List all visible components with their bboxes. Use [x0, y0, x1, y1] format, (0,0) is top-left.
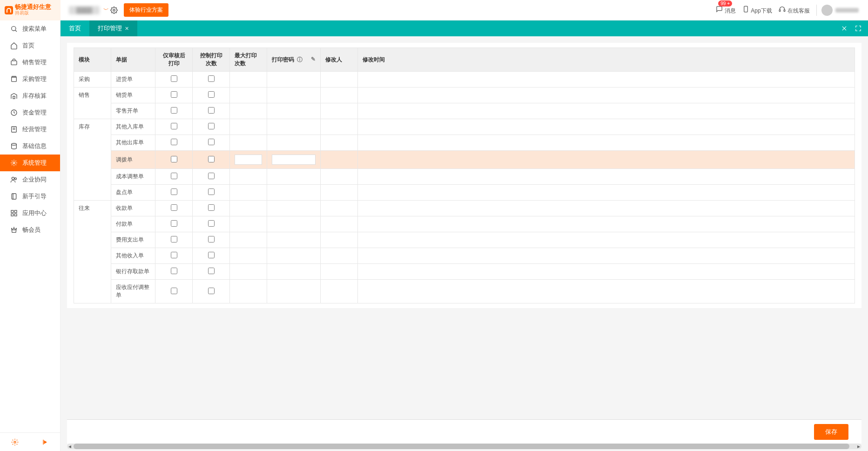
- audit-cell: [155, 216, 193, 232]
- audit-only-checkbox[interactable]: [171, 123, 177, 129]
- control-count-checkbox[interactable]: [208, 75, 215, 82]
- editor-cell: [321, 169, 358, 185]
- customer-service-link[interactable]: 在线客服: [779, 5, 810, 15]
- col-header-text: 单据: [116, 56, 127, 63]
- control-count-checkbox[interactable]: [208, 268, 215, 274]
- company-selector[interactable]: ████ ﹀: [69, 6, 109, 14]
- audit-only-checkbox[interactable]: [171, 288, 177, 294]
- tab-0[interactable]: 首页: [61, 20, 89, 36]
- sidebar-item-home[interactable]: 首页: [0, 37, 60, 54]
- help-icon[interactable]: ⓘ: [297, 56, 303, 63]
- control-count-checkbox[interactable]: [208, 220, 215, 227]
- svg-point-14: [12, 143, 17, 145]
- sidebar-item-vip[interactable]: 畅会员: [0, 222, 60, 238]
- audit-only-checkbox[interactable]: [171, 75, 177, 82]
- table-row[interactable]: 调拨单: [74, 151, 855, 169]
- editor-cell: [321, 185, 358, 201]
- sidebar-item-search[interactable]: 搜索菜单: [0, 20, 60, 37]
- sidebar-item-clock[interactable]: 资金管理: [0, 104, 60, 121]
- sidebar-item-bag[interactable]: 采购管理: [0, 71, 60, 88]
- time-cell: [358, 169, 855, 185]
- control-count-checkbox[interactable]: [208, 91, 215, 98]
- audit-only-checkbox[interactable]: [171, 220, 177, 227]
- scroll-thumb[interactable]: [74, 444, 849, 449]
- table-row[interactable]: 成本调整单: [74, 169, 855, 185]
- editor-cell: [321, 151, 358, 169]
- scroll-right-icon[interactable]: ▸: [856, 444, 861, 449]
- control-count-checkbox[interactable]: [208, 188, 215, 195]
- brand-logo[interactable]: 畅捷通好生意 持易版: [0, 0, 61, 20]
- fullscreen-icon[interactable]: [852, 22, 864, 34]
- control-count-checkbox[interactable]: [208, 123, 215, 129]
- industry-plan-button[interactable]: 体验行业方案: [124, 3, 168, 17]
- audit-only-checkbox[interactable]: [171, 107, 177, 114]
- table-row[interactable]: 银行存取款单: [74, 264, 855, 280]
- save-button[interactable]: 保存: [814, 424, 848, 440]
- audit-cell: [155, 135, 193, 151]
- edit-icon[interactable]: ✎: [311, 56, 316, 62]
- control-count-checkbox[interactable]: [208, 107, 215, 114]
- table-row[interactable]: 销售销货单: [74, 88, 855, 103]
- max-print-input[interactable]: [235, 155, 262, 165]
- doc-cell: 进货单: [111, 72, 155, 88]
- tab-1[interactable]: 打印管理✕: [89, 20, 137, 36]
- editor-cell: [321, 119, 358, 135]
- sidebar-item-db[interactable]: 基础信息: [0, 138, 60, 155]
- sidebar-item-users[interactable]: 企业协同: [0, 171, 60, 188]
- print-password-input[interactable]: [272, 155, 316, 165]
- scroll-left-icon[interactable]: ◂: [67, 444, 73, 449]
- control-count-checkbox[interactable]: [208, 236, 215, 242]
- app-download-link[interactable]: App下载: [742, 5, 772, 15]
- tab-label: 首页: [69, 24, 81, 33]
- time-cell: [358, 264, 855, 280]
- settings-icon[interactable]: [109, 5, 119, 15]
- doc-cell: 盘点单: [111, 185, 155, 201]
- control-count-checkbox[interactable]: [208, 139, 215, 145]
- sidebar-item-warehouse[interactable]: 库存核算: [0, 88, 60, 104]
- audit-only-checkbox[interactable]: [171, 188, 177, 195]
- control-count-checkbox[interactable]: [208, 173, 215, 179]
- control-count-checkbox[interactable]: [208, 156, 215, 162]
- doc-cell: 销货单: [111, 88, 155, 103]
- control-count-checkbox[interactable]: [208, 252, 215, 258]
- table-row[interactable]: 零售开单: [74, 103, 855, 119]
- table-row[interactable]: 往来收款单: [74, 201, 855, 216]
- table-row[interactable]: 其他出库单: [74, 135, 855, 151]
- sidebar-item-gear[interactable]: 系统管理: [0, 155, 60, 171]
- max-cell: [230, 216, 267, 232]
- table-row[interactable]: 费用支出单: [74, 232, 855, 248]
- time-cell: [358, 88, 855, 103]
- sidebar-item-cart[interactable]: 销售管理: [0, 54, 60, 71]
- h-scrollbar[interactable]: ◂ ▸: [67, 444, 861, 449]
- audit-only-checkbox[interactable]: [171, 252, 177, 258]
- ctl-cell: [193, 88, 230, 103]
- audit-only-checkbox[interactable]: [171, 156, 177, 162]
- audit-only-checkbox[interactable]: [171, 268, 177, 274]
- sidebar-item-book[interactable]: 新手引导: [0, 188, 60, 205]
- col-header: 修改时间: [358, 48, 855, 72]
- audit-only-checkbox[interactable]: [171, 236, 177, 242]
- close-icon[interactable]: ✕: [125, 26, 129, 32]
- audit-only-checkbox[interactable]: [171, 204, 177, 211]
- messages-link[interactable]: 消息: [715, 5, 735, 15]
- sidebar-item-apps[interactable]: 应用中心: [0, 205, 60, 222]
- doc-label: 盘点单: [116, 189, 133, 195]
- table-row[interactable]: 盘点单: [74, 185, 855, 201]
- audit-only-checkbox[interactable]: [171, 173, 177, 179]
- audit-only-checkbox[interactable]: [171, 91, 177, 98]
- user-menu[interactable]: [816, 5, 859, 16]
- sidebar-item-report[interactable]: 经营管理: [0, 121, 60, 138]
- table-row[interactable]: 采购进货单: [74, 72, 855, 88]
- table-row[interactable]: 库存其他入库单: [74, 119, 855, 135]
- close-tab-icon[interactable]: [838, 22, 850, 34]
- table-row[interactable]: 其他收入单: [74, 248, 855, 264]
- ctl-cell: [193, 72, 230, 88]
- control-count-checkbox[interactable]: [208, 204, 215, 211]
- audit-only-checkbox[interactable]: [171, 139, 177, 145]
- ctl-cell: [193, 185, 230, 201]
- collapse-icon[interactable]: [41, 438, 49, 446]
- table-row[interactable]: 付款单: [74, 216, 855, 232]
- gear-icon[interactable]: [11, 438, 19, 446]
- table-row[interactable]: 应收应付调整单: [74, 280, 855, 303]
- control-count-checkbox[interactable]: [208, 288, 215, 294]
